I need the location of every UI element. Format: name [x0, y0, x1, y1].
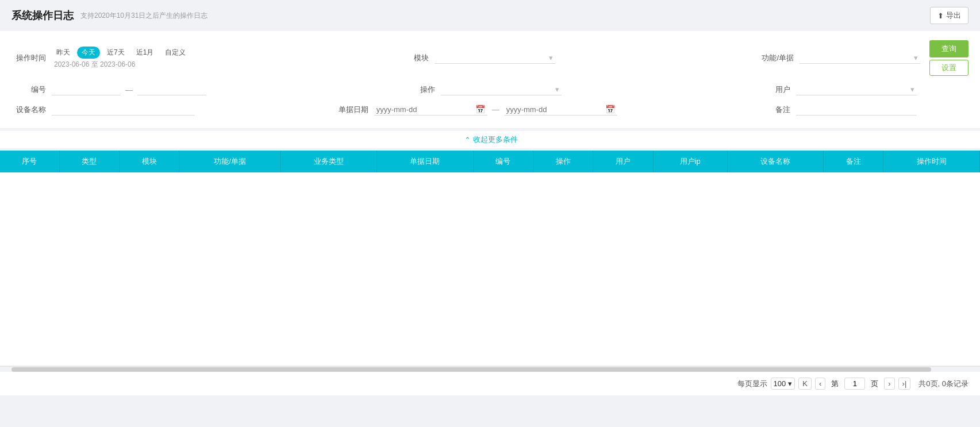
first-page-button[interactable]: K — [798, 378, 812, 390]
page-size-arrow-icon: ▾ — [788, 379, 792, 388]
collapse-arrow-icon: ⌃ — [464, 136, 471, 144]
col-user: 用户 — [593, 151, 653, 172]
prev-page-button[interactable]: ‹ — [815, 378, 825, 390]
time-buttons: 昨天 今天 近7天 近1月 自定义 — [52, 47, 190, 59]
total-text: 共0页, 0条记录 — [918, 379, 969, 389]
last-page-button[interactable]: ›| — [898, 378, 911, 390]
device-label: 设备名称 — [11, 105, 52, 115]
time-range: 2023-06-06 至 2023-06-06 — [54, 60, 190, 70]
filter-row-2: 编号 — 操作 ▾ 用户 ▾ — [11, 84, 969, 95]
col-device: 设备名称 — [727, 151, 823, 172]
number-input-end[interactable] — [137, 84, 206, 95]
remark-label: 备注 — [756, 105, 796, 115]
page-size-label: 每页显示 — [737, 379, 767, 389]
page-title: 系统操作日志 — [11, 9, 74, 22]
operation-label: 操作 — [401, 84, 441, 95]
col-user-ip: 用户ip — [653, 151, 727, 172]
col-type: 类型 — [59, 151, 119, 172]
collapse-bar[interactable]: ⌃ 收起更多条件 — [0, 130, 980, 148]
user-select[interactable]: ▾ — [796, 84, 917, 95]
filter-row-1: 操作时间 昨天 今天 近7天 近1月 自定义 2023-06-06 至 2023… — [11, 40, 969, 76]
col-number: 编号 — [473, 151, 533, 172]
export-button[interactable]: ⬆ 导出 — [930, 7, 969, 24]
module-select[interactable]: ▾ — [435, 52, 555, 64]
col-module: 模块 — [120, 151, 179, 172]
time-label: 操作时间 — [11, 53, 52, 63]
page-label: 第 — [831, 379, 839, 389]
date-label: 单据日期 — [334, 105, 374, 115]
data-table: 序号 类型 模块 功能/单据 业务类型 单据日期 编号 操作 用户 用户ip 设… — [0, 151, 980, 366]
number-label: 编号 — [11, 84, 52, 95]
function-select[interactable]: ▾ — [800, 52, 920, 64]
device-input[interactable] — [52, 104, 195, 116]
col-function: 功能/单据 — [179, 151, 280, 172]
col-operation: 操作 — [533, 151, 593, 172]
table-container: 序号 类型 模块 功能/单据 业务类型 单据日期 编号 操作 用户 用户ip 设… — [0, 151, 980, 366]
filter-panel: 操作时间 昨天 今天 近7天 近1月 自定义 2023-06-06 至 2023… — [0, 31, 980, 128]
function-label: 功能/单据 — [759, 53, 800, 63]
date-separator: — — [492, 105, 499, 114]
user-label: 用户 — [756, 84, 796, 95]
date-start-wrap: 📅 — [374, 103, 487, 116]
filter-row-3: 设备名称 单据日期 📅 — 📅 备注 — [11, 103, 969, 116]
table-header-row: 序号 类型 模块 功能/单据 业务类型 单据日期 编号 操作 用户 用户ip 设… — [0, 151, 980, 172]
col-op-time: 操作时间 — [883, 151, 980, 172]
page-header: 系统操作日志 支持2020年10月31日之后产生的操作日志 ⬆ 导出 — [0, 0, 980, 31]
number-separator: — — [125, 86, 133, 94]
page-size-select[interactable]: 100 ▾ — [771, 378, 795, 390]
col-seq: 序号 — [0, 151, 59, 172]
pagination-bar: 每页显示 100 ▾ K ‹ 第 页 › ›| 共0页, 0条记录 — [0, 372, 980, 395]
module-arrow-icon: ▾ — [549, 53, 553, 62]
module-label: 模块 — [394, 53, 435, 63]
time-btn-custom[interactable]: 自定义 — [160, 47, 190, 59]
table-header: 序号 类型 模块 功能/单据 业务类型 单据日期 编号 操作 用户 用户ip 设… — [0, 151, 980, 172]
scrollbar-thumb[interactable] — [11, 367, 931, 372]
remark-input[interactable] — [796, 104, 917, 116]
time-btn-1month[interactable]: 近1月 — [132, 47, 159, 59]
date-end-wrap: 📅 — [504, 103, 617, 116]
time-btn-yesterday[interactable]: 昨天 — [52, 47, 75, 59]
setting-button[interactable]: 设置 — [929, 60, 969, 76]
current-page-input[interactable] — [844, 378, 865, 390]
time-btn-today[interactable]: 今天 — [77, 47, 100, 59]
number-input-start[interactable] — [52, 84, 121, 95]
time-btn-7days[interactable]: 近7天 — [102, 47, 129, 59]
col-business-type: 业务类型 — [280, 151, 376, 172]
empty-row — [0, 172, 980, 366]
next-page-button[interactable]: › — [884, 378, 894, 390]
function-arrow-icon: ▾ — [914, 53, 918, 62]
calendar-start-icon[interactable]: 📅 — [475, 105, 485, 114]
operation-arrow-icon: ▾ — [555, 85, 559, 94]
page-subtitle: 支持2020年10月31日之后产生的操作日志 — [80, 11, 207, 21]
page-unit: 页 — [871, 379, 878, 389]
calendar-end-icon[interactable]: 📅 — [605, 105, 615, 114]
date-start-input[interactable] — [376, 105, 473, 114]
export-icon: ⬆ — [937, 11, 944, 20]
user-arrow-icon: ▾ — [910, 85, 914, 94]
col-doc-date: 单据日期 — [377, 151, 473, 172]
empty-area — [5, 177, 975, 361]
query-button[interactable]: 查询 — [929, 40, 969, 57]
table-body — [0, 172, 980, 366]
operation-select[interactable]: ▾ — [441, 84, 562, 95]
col-remark: 备注 — [824, 151, 883, 172]
page-size-value: 100 — [774, 379, 786, 388]
title-area: 系统操作日志 支持2020年10月31日之后产生的操作日志 — [11, 9, 207, 22]
collapse-label: 收起更多条件 — [473, 134, 518, 145]
date-end-input[interactable] — [506, 105, 603, 114]
scrollbar-area[interactable] — [0, 366, 980, 372]
export-label: 导出 — [946, 10, 961, 21]
action-buttons: 查询 设置 — [929, 40, 969, 76]
